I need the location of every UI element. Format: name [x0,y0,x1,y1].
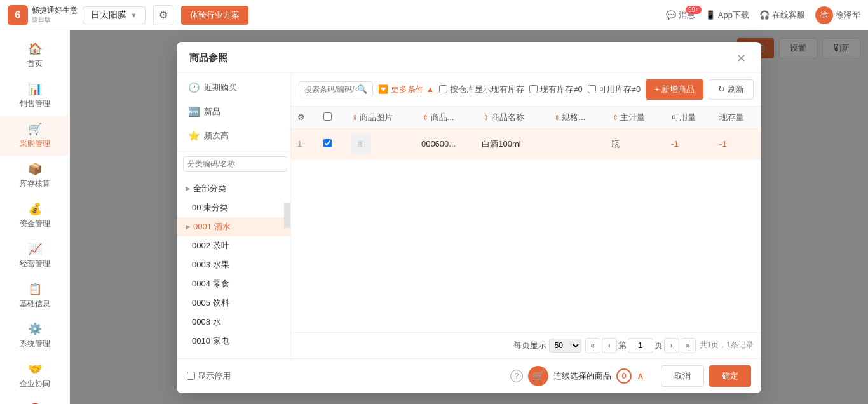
page-unit: 页 [654,340,663,351]
product-search-input[interactable] [304,85,357,94]
pagination: 每页显示 50 100 200 « ‹ 第 [291,332,761,358]
cancel-button[interactable]: 取消 [661,365,704,387]
cat-item-tea[interactable]: 0002 茶叶 [177,236,290,255]
by-warehouse-checkbox[interactable]: 按仓库显示现有库存 [439,84,524,95]
select-all-checkbox[interactable] [323,112,332,121]
sort-icon-3: ⇕ [483,114,489,121]
cat-item-drink[interactable]: 0005 饮料 [177,293,290,313]
sidebar-item-sales[interactable]: 📊 销售管理 [0,76,69,116]
avatar: 徐 [815,6,833,24]
sort-icon-2: ⇕ [423,114,428,121]
modal-title: 商品参照 [189,52,227,64]
high-frequency-btn[interactable]: ⭐ 频次高 [183,126,284,145]
sidebar-item-inventory[interactable]: 📦 库存核算 [0,156,69,196]
online-service-nav-item[interactable]: 🎧 在线客服 [759,10,805,21]
col-available: 可用量 [665,107,713,129]
prev-page-btn[interactable]: ‹ [602,338,617,353]
category-search-icon[interactable]: 🔍 [290,159,291,169]
cat-item-water[interactable]: 0008 水 [177,313,290,332]
by-warehouse-input[interactable] [439,85,447,93]
row-checkbox[interactable] [317,128,344,159]
expand-icon: ▶ [186,185,191,192]
cat-item-liquor[interactable]: ▶ 0001 酒水 [177,217,290,236]
row-unit: 瓶 [605,128,665,159]
search-toolbar: 🔍 🔽 更多条件 ▲ 按仓库显示现有库存 [291,73,761,107]
search-magnifier-icon[interactable]: 🔍 [357,84,367,94]
cart-collapse-icon[interactable]: ∧ [637,370,644,382]
settings-icon[interactable]: ⚙ [153,5,173,25]
app-download-nav-item[interactable]: 📱 App下载 [705,10,749,21]
more-filter-btn[interactable]: 🔽 更多条件 ▲ [378,84,435,95]
cat-item-snack[interactable]: 0004 零食 [177,274,290,293]
sidebar-item-home[interactable]: 🏠 首页 [0,36,69,76]
cart-count: 0 [616,368,632,384]
modal-close-button[interactable]: ✕ [733,51,749,66]
col-checkbox[interactable] [317,107,344,129]
trial-button[interactable]: 体验行业方案 [181,6,248,25]
collab-icon: 🤝 [28,362,42,376]
modal-left-panel: 🕐 近期购买 🆕 新品 ⭐ 频次高 [177,73,291,358]
main-content: 查询 设置 刷新 商品参照 ✕ 🕐 [70,30,868,404]
message-icon: 💬 [666,10,676,20]
nav-right: 💬 消息 99+ 📱 App下载 🎧 在线客服 徐 徐泽华 [666,6,860,24]
purchase-icon: 🛒 [28,122,42,136]
next-page-btn[interactable]: › [664,338,679,353]
usable-nonzero-checkbox[interactable]: 可用库存≠0 [588,84,641,95]
product-table-wrap: ⚙ ⇕ 商品图片 ⇕ 商品... ⇕ 商品名称 ⇕ 规格... ⇕ 主计量 可用… [291,107,761,332]
collapse-left-btn[interactable]: 《 [284,203,291,228]
sidebar-item-system[interactable]: ⚙️ 系统管理 [0,316,69,356]
recent-purchase-btn[interactable]: 🕐 近期购买 [183,78,284,97]
inventory-icon: 📦 [28,162,42,176]
col-gear[interactable]: ⚙ [291,107,317,129]
new-product-btn[interactable]: 🆕 新品 [183,102,284,121]
refresh-product-button[interactable]: ↻ 刷新 [709,79,754,100]
cat-item-fruit[interactable]: 0003 水果 [177,255,290,274]
star-icon: ⭐ [188,130,200,142]
category-search-input[interactable] [183,156,287,172]
available-nonzero-checkbox[interactable]: 现有库存≠0 [529,84,582,95]
nav-dropdown[interactable]: 日太阳膜 ▼ [83,6,146,24]
col-code[interactable]: ⇕ 商品... [415,107,475,129]
row-select-checkbox[interactable] [323,139,332,147]
cart-icon[interactable]: 🛒 [528,366,548,386]
table-row[interactable]: 1 图 000600... 白酒100ml 瓶 [291,128,761,159]
row-spec [546,128,605,159]
row-stock: -1 [713,128,761,159]
modal-header: 商品参照 ✕ [177,42,761,73]
main-layout: 🏠 首页 📊 销售管理 🛒 采购管理 📦 库存核算 💰 资金管理 📈 经营管理 … [0,30,868,404]
col-spec[interactable]: ⇕ 规格... [546,107,605,129]
sidebar-item-purchase[interactable]: 🛒 采购管理 [0,116,69,156]
last-page-btn[interactable]: » [681,338,696,353]
help-icon[interactable]: ? [510,370,523,382]
basic-icon: 📋 [28,282,42,296]
logo-icon: 6 [8,5,28,25]
col-img: ⇕ 商品图片 [344,107,415,129]
col-name[interactable]: ⇕ 商品名称 [475,107,546,129]
show-disabled-input[interactable] [187,372,195,380]
cat-item-appliance[interactable]: 0010 家电 [177,332,290,351]
user-nav-item[interactable]: 徐 徐泽华 [815,6,860,24]
category-tree: ▶ 全部分类 00 未分类 ▶ 0001 酒水 0002 茶 [177,177,290,353]
page-info: 共1页，1条记录 [700,340,754,351]
sidebar-item-guide[interactable]: 🎯 新手引导 [0,396,69,404]
show-disabled-checkbox[interactable]: 显示停用 [187,370,231,382]
sidebar-item-finance[interactable]: 💰 资金管理 [0,196,69,236]
cat-item-unclassified[interactable]: 00 未分类 [177,198,290,217]
sidebar-item-basic[interactable]: 📋 基础信息 [0,276,69,316]
per-page-select[interactable]: 50 100 200 [549,339,581,353]
available-nonzero-input[interactable] [529,85,538,93]
sidebar-item-business[interactable]: 📈 经营管理 [0,236,69,276]
sidebar-item-collab[interactable]: 🤝 企业协同 [0,356,69,396]
col-unit[interactable]: ⇕ 主计量 [605,107,665,129]
cat-item-all[interactable]: ▶ 全部分类 [177,179,290,198]
sales-icon: 📊 [28,82,42,96]
first-page-btn[interactable]: « [585,338,600,353]
confirm-button[interactable]: 确定 [709,365,751,387]
product-search-box[interactable]: 🔍 [299,81,373,97]
modal-body: 🕐 近期购买 🆕 新品 ⭐ 频次高 [177,73,761,358]
usable-nonzero-input[interactable] [588,85,596,93]
page-number-input[interactable] [628,338,653,353]
add-product-button[interactable]: + 新增商品 [646,79,703,100]
expand-icon-2: ▶ [186,223,191,230]
messages-nav-item[interactable]: 💬 消息 99+ [666,10,695,21]
